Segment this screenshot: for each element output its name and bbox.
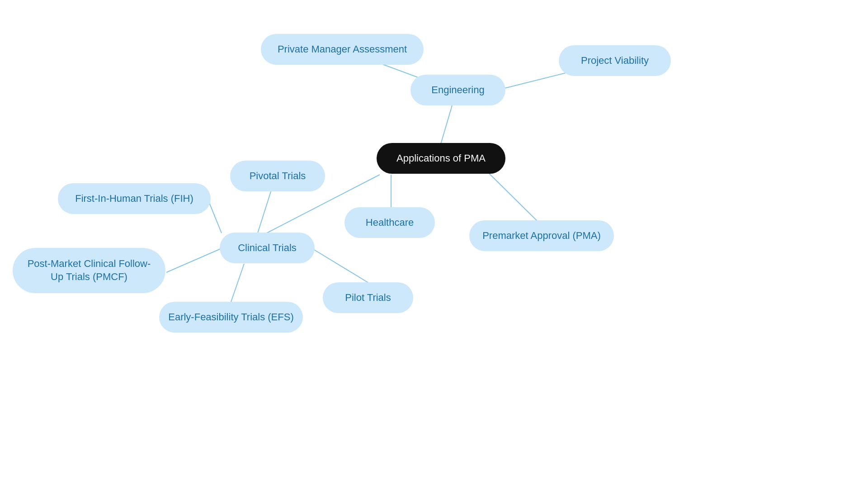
engineering-node[interactable]: Engineering <box>410 75 505 105</box>
svg-line-10 <box>312 248 368 283</box>
mind-map-svg <box>0 0 868 490</box>
pivotal_trials-node[interactable]: Pivotal Trials <box>230 161 325 191</box>
applications_pma-node[interactable]: Applications of PMA <box>377 143 505 174</box>
project_viability-node[interactable]: Project Viability <box>559 45 671 76</box>
private_manager-node[interactable]: Private Manager Assessment <box>261 34 424 65</box>
early_feasibility-node[interactable]: Early-Feasibility Trials (EFS) <box>159 302 303 333</box>
svg-line-2 <box>441 105 452 144</box>
healthcare-node[interactable]: Healthcare <box>344 207 435 238</box>
premarket_approval-node[interactable]: Premarket Approval (PMA) <box>469 220 614 251</box>
svg-line-9 <box>231 264 244 303</box>
pilot_trials-node[interactable]: Pilot Trials <box>323 282 413 313</box>
fih_trials-node[interactable]: First-In-Human Trials (FIH) <box>58 183 211 214</box>
svg-line-7 <box>208 200 222 233</box>
pmcf_trials-node[interactable]: Post-Market Clinical Follow-Up Trials (P… <box>13 248 165 293</box>
svg-line-8 <box>166 248 222 272</box>
clinical_trials-node[interactable]: Clinical Trials <box>220 233 315 263</box>
